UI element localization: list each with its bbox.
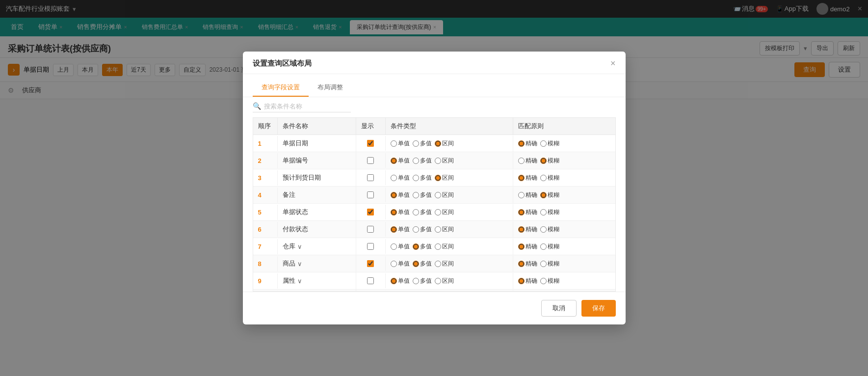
settings-dialog: 设置查询区域布局 × 查询字段设置 布局调整 🔍 顺序 条件名称 显示 条件类型… [243,52,626,99]
dialog-header: 设置查询区域布局 × [243,52,626,74]
dialog-close-button[interactable]: × [610,58,616,69]
dialog-title: 设置查询区域布局 [253,59,312,68]
dialog-search-area: 🔍 [243,97,626,99]
tab-query-fields[interactable]: 查询字段设置 [253,79,309,97]
dialog-tabs: 查询字段设置 布局调整 [243,74,626,97]
modal-overlay: 设置查询区域布局 × 查询字段设置 布局调整 🔍 顺序 条件名称 显示 条件类型… [0,0,868,99]
tab-layout-adjust[interactable]: 布局调整 [309,79,352,97]
